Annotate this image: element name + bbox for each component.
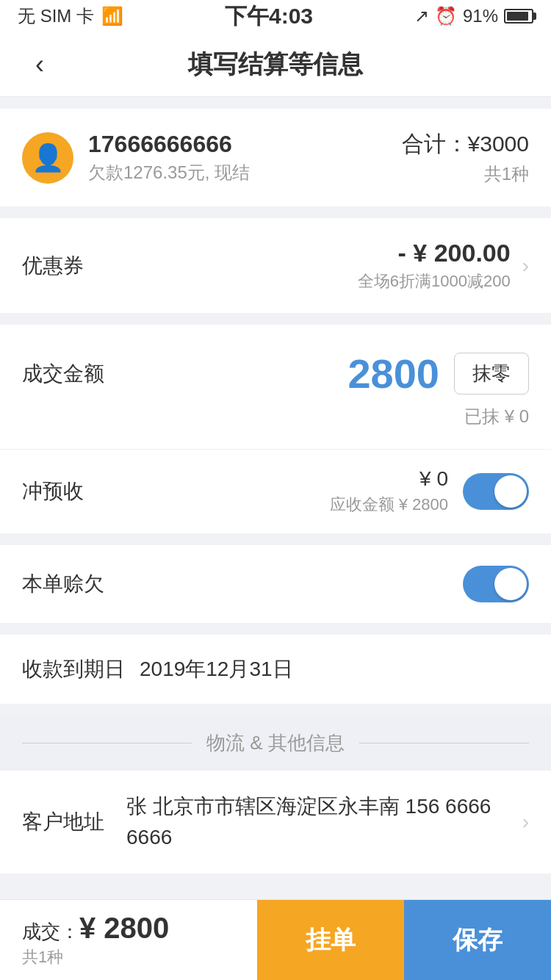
nav-bar: ‹ 填写结算等信息 xyxy=(0,32,551,97)
address-section[interactable]: 客户地址 张 北京市市辖区海淀区永丰南 156 6666 6666 › xyxy=(0,771,551,873)
total-amount: 合计：¥3000 xyxy=(402,129,529,159)
deal-amount-right: 2800 抹零 xyxy=(347,353,529,394)
back-button[interactable]: ‹ xyxy=(18,43,62,87)
divider-line-right xyxy=(359,743,529,743)
footer: 成交：¥ 2800 共1种 挂单 保存 xyxy=(0,899,551,980)
debt-label: 本单赊欠 xyxy=(22,570,104,598)
status-right: ↗ ⏰ 91% xyxy=(414,6,533,26)
deal-amount-sub: 已抹 ¥ 0 xyxy=(464,405,529,428)
round-button[interactable]: 抹零 xyxy=(454,353,529,394)
carrier-label: 无 SIM 卡 xyxy=(18,4,94,28)
deal-amount-section: 成交金额 2800 抹零 已抹 ¥ 0 xyxy=(0,325,551,449)
coupon-label: 优惠券 xyxy=(22,252,84,280)
battery-percent: 91% xyxy=(463,6,498,26)
status-left: 无 SIM 卡 📶 xyxy=(18,4,123,28)
logistics-divider: 物流 & 其他信息 xyxy=(0,716,551,771)
debt-toggle[interactable] xyxy=(463,566,529,602)
back-icon: ‹ xyxy=(35,49,44,80)
battery-fill xyxy=(507,12,528,21)
page-title: 填写结算等信息 xyxy=(188,48,363,82)
divider-line-left xyxy=(22,743,192,743)
prepay-amount-wrap: ¥ 0 应收金额 ¥ 2800 xyxy=(330,467,448,516)
alarm-icon: ⏰ xyxy=(435,6,457,26)
customer-info: 17666666666 欠款1276.35元, 现结 xyxy=(88,131,402,184)
coupon-chevron-icon: › xyxy=(522,254,529,278)
prepay-label: 冲预收 xyxy=(22,478,84,505)
coupon-amount: - ¥ 200.00 xyxy=(398,239,511,267)
prepay-amount: ¥ 0 xyxy=(330,467,448,491)
footer-info: 成交：¥ 2800 共1种 xyxy=(0,912,257,968)
avatar-icon: 👤 xyxy=(32,143,65,173)
prepay-toggle[interactable] xyxy=(463,473,529,510)
due-date-value: 2019年12月31日 xyxy=(140,655,293,683)
prepay-section: 冲预收 ¥ 0 应收金额 ¥ 2800 xyxy=(0,449,551,533)
due-date-section: 收款到期日 2019年12月31日 xyxy=(0,635,551,704)
coupon-value: - ¥ 200.00 全场6折满1000减200 xyxy=(358,239,511,292)
deal-amount-value: 2800 xyxy=(347,353,439,394)
customer-phone: 17666666666 xyxy=(88,131,402,158)
debt-toggle-wrap xyxy=(463,566,529,602)
prepay-row: 冲预收 ¥ 0 应收金额 ¥ 2800 xyxy=(22,467,529,516)
deal-amount-label: 成交金额 xyxy=(22,360,104,388)
debt-toggle-knob xyxy=(494,568,527,600)
prepay-right: ¥ 0 应收金额 ¥ 2800 xyxy=(330,467,529,516)
coupon-row[interactable]: 优惠券 - ¥ 200.00 全场6折满1000减200 › xyxy=(0,218,551,313)
due-date-label: 收款到期日 xyxy=(22,655,125,683)
customer-card: 👤 17666666666 欠款1276.35元, 现结 合计：¥3000 共1… xyxy=(0,109,551,206)
footer-deal-label: 成交： xyxy=(22,920,79,943)
status-bar: 无 SIM 卡 📶 下午4:03 ↗ ⏰ 91% xyxy=(0,0,551,32)
deal-amount-row: 成交金额 2800 抹零 xyxy=(22,345,529,402)
prepay-toggle-knob xyxy=(494,475,527,508)
total-info: 合计：¥3000 共1种 xyxy=(402,129,529,186)
wifi-icon: 📶 xyxy=(101,6,123,26)
total-label: 合计： xyxy=(402,131,468,156)
total-count: 共1种 xyxy=(402,162,529,186)
status-time: 下午4:03 xyxy=(225,1,313,32)
battery-icon xyxy=(504,9,533,24)
footer-deal-row: 成交：¥ 2800 xyxy=(22,912,235,945)
address-label: 客户地址 xyxy=(22,808,104,836)
coupon-desc: 全场6折满1000减200 xyxy=(358,270,511,292)
logistics-divider-text: 物流 & 其他信息 xyxy=(192,730,359,756)
debt-section: 本单赊欠 xyxy=(0,545,551,623)
prepay-sub: 应收金额 ¥ 2800 xyxy=(330,494,448,516)
location-icon: ↗ xyxy=(414,6,429,26)
footer-count: 共1种 xyxy=(22,946,235,968)
address-value: 张 北京市市辖区海淀区永丰南 156 6666 6666 xyxy=(126,791,515,853)
hold-button[interactable]: 挂单 xyxy=(257,900,404,981)
total-value: ¥3000 xyxy=(468,131,529,156)
coupon-section: 优惠券 - ¥ 200.00 全场6折满1000减200 › xyxy=(0,218,551,313)
customer-desc: 欠款1276.35元, 现结 xyxy=(88,161,402,184)
footer-deal-amount: ¥ 2800 xyxy=(79,912,169,944)
save-button[interactable]: 保存 xyxy=(404,900,551,981)
avatar: 👤 xyxy=(22,132,73,184)
address-chevron-icon: › xyxy=(522,810,529,834)
